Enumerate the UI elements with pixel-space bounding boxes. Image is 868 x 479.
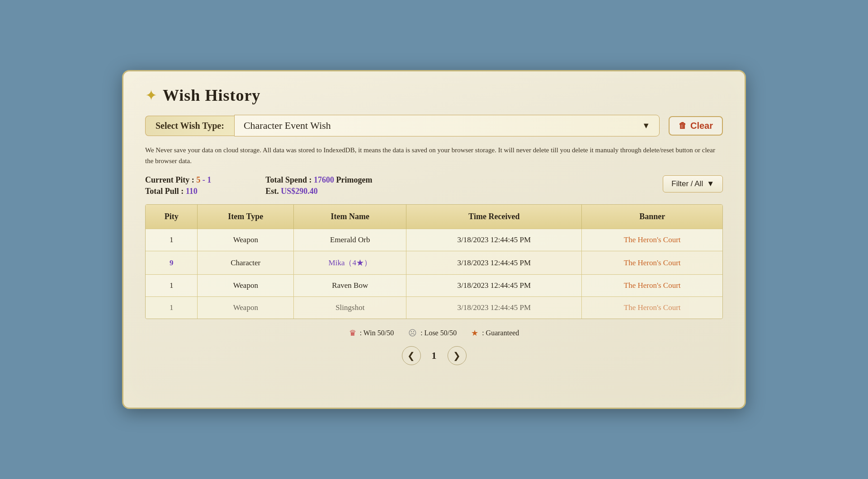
filter-button[interactable]: Filter / All ▼ — [663, 175, 723, 193]
current-pity-line: Current Pity : 5 - 1 — [145, 175, 211, 185]
total-spend-line: Total Spend : 17600 Primogem — [265, 175, 663, 185]
filter-chevron-icon: ▼ — [707, 179, 714, 188]
wish-table: Pity Item Type Item Name Time Received B… — [146, 205, 722, 319]
total-spend-value: 17600 — [314, 175, 334, 184]
filter-button-label: Filter / All — [671, 179, 703, 188]
cell-time-received: 3/18/2023 12:44:45 PM — [406, 229, 582, 251]
cell-item-name: Slingshot — [294, 297, 406, 319]
star-icon: ★ — [471, 328, 478, 338]
table-row: 1WeaponEmerald Orb3/18/2023 12:44:45 PMT… — [146, 229, 722, 251]
prev-page-button[interactable]: ❮ — [402, 346, 421, 365]
cell-time-received: 3/18/2023 12:44:45 PM — [406, 275, 582, 297]
stats-center: Total Spend : 17600 Primogem Est. US$290… — [211, 175, 663, 196]
current-pity-value1: 5 — [196, 175, 200, 184]
cell-pity: 9 — [146, 251, 198, 275]
title-row: ✦ Wish History — [145, 86, 723, 105]
clear-button-label: Clear — [690, 121, 713, 131]
cell-banner: The Heron's Court — [582, 297, 722, 319]
col-header-banner: Banner — [582, 205, 722, 229]
cell-item-type: Character — [198, 251, 294, 275]
current-page-number: 1 — [432, 350, 437, 362]
est-label: Est. — [265, 187, 279, 196]
table-row: 1WeaponRaven Bow3/18/2023 12:44:45 PMThe… — [146, 275, 722, 297]
guaranteed-legend-label: : Guaranteed — [482, 329, 519, 337]
wish-type-dropdown[interactable]: Character Event Wish ▼ — [234, 115, 660, 136]
lose-legend-label: : Lose 50/50 — [420, 329, 457, 337]
table-row: 9CharacterMika（4★）3/18/2023 12:44:45 PMT… — [146, 251, 722, 275]
legend-row: ♛ : Win 50/50 ☹ : Lose 50/50 ★ : Guarant… — [145, 328, 723, 338]
total-pull-label: Total Pull : — [145, 187, 184, 196]
prev-icon: ❮ — [407, 350, 415, 361]
current-pity-sep: - — [203, 175, 208, 184]
guaranteed-legend: ★ : Guaranteed — [471, 328, 519, 338]
table-row: 1WeaponSlingshot3/18/2023 12:44:45 PMThe… — [146, 297, 722, 319]
total-pull-value: 110 — [186, 187, 198, 196]
current-pity-value2: 1 — [207, 175, 211, 184]
est-line: Est. US$290.40 — [265, 187, 663, 196]
col-header-pity: Pity — [146, 205, 198, 229]
col-header-item-name: Item Name — [294, 205, 406, 229]
primogem-unit: Primogem — [336, 175, 373, 184]
wish-history-panel: ✦ Wish History Select Wish Type: Charact… — [122, 70, 746, 409]
sad-face-icon: ☹ — [408, 328, 417, 338]
cell-item-type: Weapon — [198, 275, 294, 297]
current-pity-label: Current Pity : — [145, 175, 194, 184]
chevron-down-icon: ▼ — [642, 121, 650, 131]
cell-banner: The Heron's Court — [582, 275, 722, 297]
wish-type-value: Character Event Wish — [244, 120, 331, 131]
info-text: We Never save your data on cloud storage… — [145, 145, 723, 166]
cell-item-name: Mika（4★） — [294, 251, 406, 275]
cell-pity: 1 — [146, 297, 198, 319]
page-title: Wish History — [163, 86, 260, 105]
wish-table-container: Pity Item Type Item Name Time Received B… — [145, 204, 723, 319]
stats-row: Current Pity : 5 - 1 Total Pull : 110 To… — [145, 175, 723, 196]
col-header-time-received: Time Received — [406, 205, 582, 229]
cell-banner: The Heron's Court — [582, 229, 722, 251]
win-legend-label: : Win 50/50 — [360, 329, 394, 337]
win-legend: ♛ : Win 50/50 — [349, 328, 394, 338]
crown-icon: ♛ — [349, 328, 356, 338]
lose-legend: ☹ : Lose 50/50 — [408, 328, 457, 338]
next-icon: ❯ — [453, 350, 461, 361]
cell-pity: 1 — [146, 275, 198, 297]
table-body: 1WeaponEmerald Orb3/18/2023 12:44:45 PMT… — [146, 229, 722, 319]
wish-type-row: Select Wish Type: Character Event Wish ▼… — [145, 115, 723, 136]
cell-banner: The Heron's Court — [582, 251, 722, 275]
next-page-button[interactable]: ❯ — [448, 346, 467, 365]
col-header-item-type: Item Type — [198, 205, 294, 229]
pagination-row: ❮ 1 ❯ — [145, 346, 723, 365]
cell-pity: 1 — [146, 229, 198, 251]
total-pull-line: Total Pull : 110 — [145, 187, 211, 196]
total-spend-label: Total Spend : — [265, 175, 311, 184]
trash-icon: 🗑 — [679, 121, 687, 131]
cell-item-type: Weapon — [198, 229, 294, 251]
est-usd: US$290.40 — [281, 187, 318, 196]
stats-left: Current Pity : 5 - 1 Total Pull : 110 — [145, 175, 211, 196]
cell-time-received: 3/18/2023 12:44:45 PM — [406, 251, 582, 275]
wish-type-label: Select Wish Type: — [145, 116, 234, 136]
cell-time-received: 3/18/2023 12:44:45 PM — [406, 297, 582, 319]
cell-item-name: Raven Bow — [294, 275, 406, 297]
table-header-row: Pity Item Type Item Name Time Received B… — [146, 205, 722, 229]
clear-button[interactable]: 🗑 Clear — [669, 116, 723, 136]
cell-item-type: Weapon — [198, 297, 294, 319]
sparkle-icon: ✦ — [145, 87, 157, 104]
cell-item-name: Emerald Orb — [294, 229, 406, 251]
